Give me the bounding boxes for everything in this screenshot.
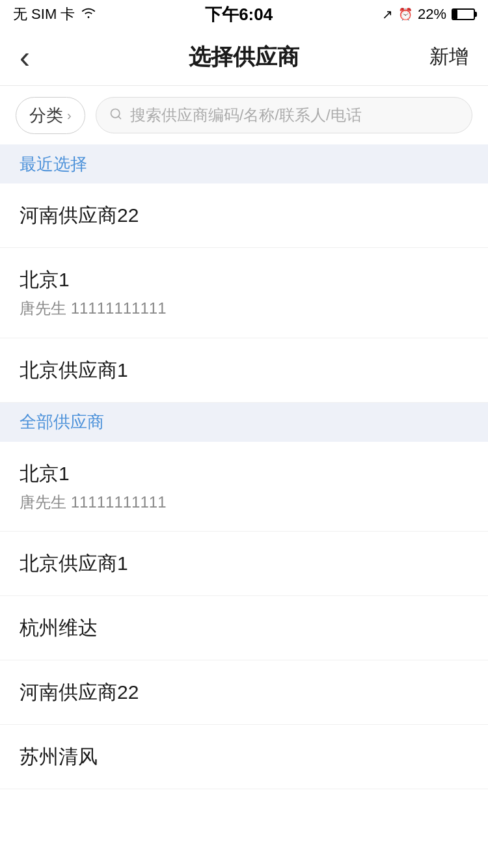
alarm-icon: ⏰ xyxy=(398,7,413,21)
status-bar: 无 SIM 卡 下午6:04 ↗ ⏰ 22% xyxy=(0,0,488,29)
battery-fill xyxy=(453,10,457,19)
item-name: 北京1 xyxy=(20,266,468,293)
list-item[interactable]: 河南供应商22 xyxy=(0,660,488,725)
wifi-icon xyxy=(81,7,96,22)
search-box[interactable]: 搜索供应商编码/名称/联系人/电话 xyxy=(96,97,472,133)
list-item[interactable]: 北京1 唐先生 11111111111 xyxy=(0,248,488,338)
status-left: 无 SIM 卡 xyxy=(13,5,96,24)
recent-items-list: 河南供应商22 北京1 唐先生 11111111111 北京供应商1 xyxy=(0,183,488,403)
battery-bar xyxy=(452,8,475,20)
item-name: 河南供应商22 xyxy=(20,202,468,229)
list-item[interactable]: 北京1 唐先生 11111111111 xyxy=(0,442,488,532)
status-time: 下午6:04 xyxy=(205,3,273,26)
item-name: 河南供应商22 xyxy=(20,679,468,706)
item-name: 北京供应商1 xyxy=(20,550,468,577)
list-item[interactable]: 苏州清风 xyxy=(0,725,488,789)
item-sub: 唐先生 11111111111 xyxy=(20,297,468,319)
page-title: 选择供应商 xyxy=(72,42,416,72)
location-icon: ↗ xyxy=(382,7,393,22)
item-name: 北京供应商1 xyxy=(20,357,468,384)
category-label: 分类 xyxy=(29,104,63,127)
new-action-button[interactable]: 新增 xyxy=(416,44,468,70)
list-item[interactable]: 河南供应商22 xyxy=(0,183,488,248)
list-item[interactable]: 北京供应商1 xyxy=(0,532,488,596)
search-icon xyxy=(109,106,122,124)
battery-percent: 22% xyxy=(418,6,446,23)
recent-section-label: 最近选择 xyxy=(20,153,87,176)
item-name: 杭州维达 xyxy=(20,614,468,642)
nav-bar: ‹ 选择供应商 新增 xyxy=(0,29,488,86)
recent-section-header: 最近选择 xyxy=(0,144,488,183)
search-placeholder: 搜索供应商编码/名称/联系人/电话 xyxy=(130,105,362,126)
list-item[interactable]: 北京供应商1 xyxy=(0,338,488,403)
back-button[interactable]: ‹ xyxy=(20,42,72,73)
all-items-list: 北京1 唐先生 11111111111 北京供应商1 杭州维达 河南供应商22 … xyxy=(0,442,488,790)
list-item[interactable]: 杭州维达 xyxy=(0,596,488,660)
filter-bar: 分类 › 搜索供应商编码/名称/联系人/电话 xyxy=(0,86,488,144)
all-section-label: 全部供应商 xyxy=(20,411,104,433)
status-right: ↗ ⏰ 22% xyxy=(382,6,475,23)
item-name: 北京1 xyxy=(20,460,468,487)
item-name: 苏州清风 xyxy=(20,743,468,770)
chevron-right-icon: › xyxy=(67,108,72,123)
carrier-label: 无 SIM 卡 xyxy=(13,5,75,24)
back-arrow-icon: ‹ xyxy=(20,42,30,73)
svg-line-1 xyxy=(118,116,121,119)
category-filter-button[interactable]: 分类 › xyxy=(16,97,85,134)
item-sub: 唐先生 11111111111 xyxy=(20,491,468,513)
all-section-header: 全部供应商 xyxy=(0,403,488,442)
